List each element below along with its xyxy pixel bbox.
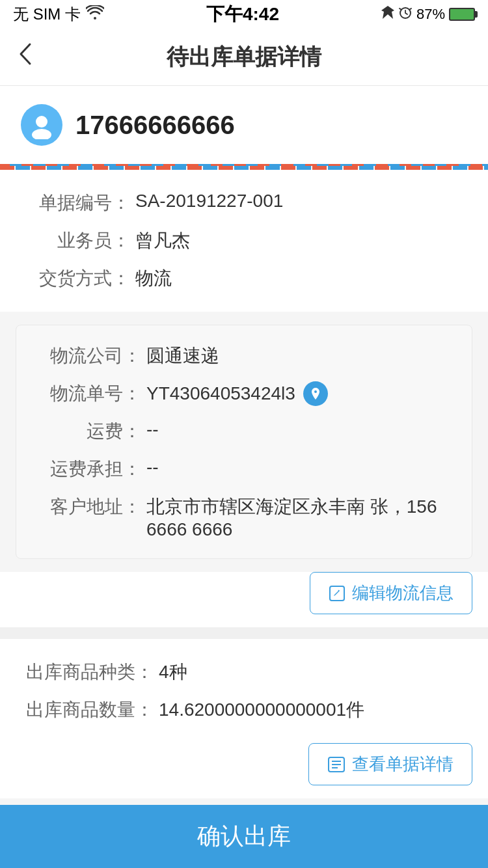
document-info-section: 单据编号： SA-20191227-001 业务员： 曾凡杰 交货方式： 物流 <box>0 170 488 312</box>
confirm-btn-container: 确认出库 <box>0 805 488 868</box>
back-button[interactable] <box>18 42 33 72</box>
sim-text: 无 SIM 卡 <box>13 4 81 25</box>
document-number-value: SA-20191227-001 <box>130 191 462 211</box>
view-detail-row: 查看单据详情 <box>0 743 488 798</box>
goods-types-value: 4种 <box>154 660 462 685</box>
delivery-value: 物流 <box>130 266 462 291</box>
confirm-outbound-button[interactable]: 确认出库 <box>0 821 488 852</box>
logistics-tracking-value: YT43064053424l3 <box>141 381 451 406</box>
freight-bearer-label: 运费承担： <box>37 457 141 481</box>
page-title: 待出库单据详情 <box>167 42 321 72</box>
freight-bearer-row: 运费承担： -- <box>37 457 451 481</box>
section-separator <box>0 627 488 639</box>
delivery-label: 交货方式： <box>26 266 130 291</box>
avatar <box>21 104 62 146</box>
goods-types-row: 出库商品种类： 4种 <box>26 660 462 685</box>
customer-row: 17666666666 <box>0 86 488 166</box>
customer-address-value: 北京市市辖区海淀区永丰南 张，156 6666 6666 <box>141 495 451 540</box>
customer-phone: 17666666666 <box>75 111 235 140</box>
alarm-icon <box>398 5 413 23</box>
tracking-location-button[interactable] <box>303 381 328 406</box>
freight-label: 运费： <box>37 419 141 444</box>
delivery-row: 交货方式： 物流 <box>26 266 462 291</box>
logistics-tracking-row: 物流单号： YT43064053424l3 <box>37 381 451 406</box>
status-time: 下午4:42 <box>206 2 279 27</box>
edit-btn-row: 编辑物流信息 <box>0 572 488 627</box>
logistics-company-row: 物流公司： 圆通速递 <box>37 344 451 368</box>
status-left: 无 SIM 卡 <box>13 4 104 25</box>
logistics-tracking-label: 物流单号： <box>37 381 141 406</box>
goods-quantity-label: 出库商品数量： <box>26 698 154 722</box>
freight-value: -- <box>141 419 451 440</box>
location-status-icon <box>381 6 394 23</box>
svg-point-2 <box>32 129 51 139</box>
document-number-row: 单据编号： SA-20191227-001 <box>26 191 462 215</box>
logistics-company-value: 圆通速递 <box>141 344 451 368</box>
svg-point-1 <box>36 116 47 128</box>
customer-address-label: 客户地址： <box>37 495 141 519</box>
freight-row: 运费： -- <box>37 419 451 444</box>
goods-quantity-value: 14.6200000000000001件 <box>154 698 462 722</box>
logistics-card: 物流公司： 圆通速递 物流单号： YT43064053424l3 运费： -- … <box>16 325 472 559</box>
goods-types-label: 出库商品种类： <box>26 660 154 685</box>
battery-icon <box>449 8 475 21</box>
wifi-icon <box>86 5 104 23</box>
battery-text: 87% <box>416 6 445 23</box>
goods-quantity-row: 出库商品数量： 14.6200000000000001件 <box>26 698 462 722</box>
agent-value: 曾凡杰 <box>130 228 462 253</box>
status-bar: 无 SIM 卡 下午4:42 <box>0 0 488 29</box>
agent-row: 业务员： 曾凡杰 <box>26 228 462 253</box>
document-number-label: 单据编号： <box>26 191 130 215</box>
customer-address-row: 客户地址： 北京市市辖区海淀区永丰南 张，156 6666 6666 <box>37 495 451 540</box>
status-right: 87% <box>381 5 475 23</box>
agent-label: 业务员： <box>26 228 130 253</box>
logistics-company-label: 物流公司： <box>37 344 141 368</box>
view-detail-button[interactable]: 查看单据详情 <box>308 743 472 785</box>
freight-bearer-value: -- <box>141 457 451 478</box>
nav-bar: 待出库单据详情 <box>0 29 488 86</box>
goods-section: 出库商品种类： 4种 出库商品数量： 14.6200000000000001件 <box>0 639 488 743</box>
edit-logistics-button[interactable]: 编辑物流信息 <box>310 572 472 614</box>
